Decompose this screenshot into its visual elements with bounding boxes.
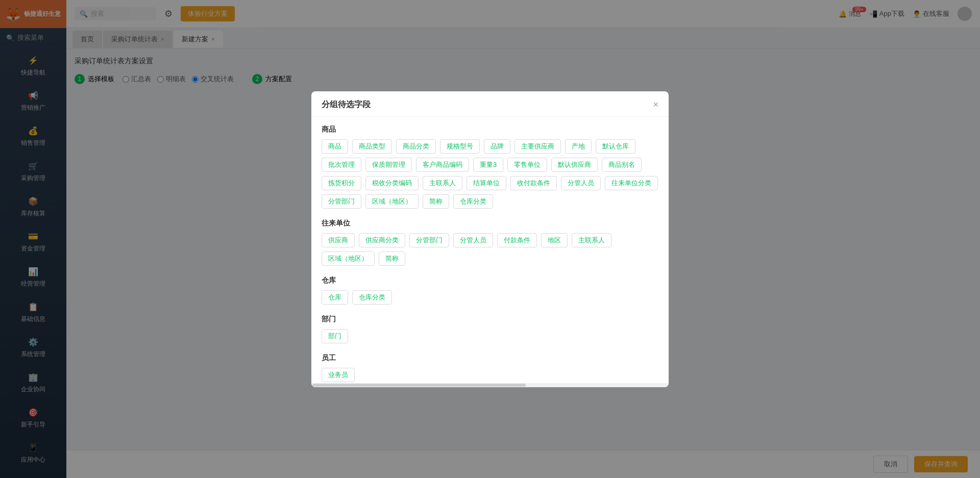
field-tag[interactable]: 商品分类 — [396, 139, 436, 154]
field-tag[interactable]: 税收分类编码 — [365, 176, 419, 190]
field-tag[interactable]: 简称 — [379, 251, 405, 266]
modal-close-button[interactable]: × — [653, 99, 658, 110]
field-tag[interactable]: 供应商 — [322, 233, 355, 247]
field-tag[interactable]: 保质期管理 — [365, 158, 412, 172]
field-tag[interactable]: 客户商品编码 — [416, 158, 469, 172]
field-tag[interactable]: 品牌 — [484, 139, 510, 154]
field-tag[interactable]: 商品 — [322, 139, 348, 154]
modal-header: 分组待选字段 × — [311, 91, 669, 117]
field-tag[interactable]: 商品别名 — [602, 158, 642, 172]
field-group-title-product: 商品 — [322, 125, 658, 134]
field-tag[interactable]: 区域（地区） — [322, 251, 375, 266]
modal-title: 分组待选字段 — [322, 99, 371, 110]
field-tag[interactable]: 默认仓库 — [596, 139, 635, 154]
field-tag[interactable]: 收付款条件 — [510, 176, 557, 190]
field-tag[interactable]: 仓库分类 — [352, 290, 392, 305]
field-tag[interactable]: 分管人员 — [453, 233, 493, 247]
field-tag[interactable]: 产地 — [565, 139, 592, 154]
field-tag[interactable]: 分管部门 — [409, 233, 449, 247]
field-tags-product: 商品 商品类型 商品分类 规格型号 品牌 主要供应商 产地 默认仓库 批次管理 … — [322, 139, 658, 209]
field-tag[interactable]: 零售单位 — [507, 158, 547, 172]
field-tag[interactable]: 结算单位 — [467, 176, 506, 190]
field-group-department: 部门 部门 — [322, 315, 658, 343]
field-tag[interactable]: 供应商分类 — [359, 233, 405, 247]
field-tag[interactable]: 拣货积分 — [322, 176, 361, 190]
modal-body: 商品 商品 商品类型 商品分类 规格型号 品牌 主要供应商 产地 默认仓库 批次… — [311, 117, 669, 383]
field-tag[interactable]: 业务员 — [322, 368, 355, 382]
field-tag[interactable]: 重量3 — [473, 158, 503, 172]
field-group-counterpart: 往来单位 供应商 供应商分类 分管部门 分管人员 付款条件 地区 主联系人 区域… — [322, 219, 658, 266]
modal-horizontal-scrollbar[interactable] — [311, 383, 669, 387]
field-tag[interactable]: 主联系人 — [423, 176, 462, 190]
field-tag[interactable]: 部门 — [322, 329, 348, 343]
field-tag[interactable]: 主要供应商 — [514, 139, 561, 154]
field-group-title-employee: 员工 — [322, 354, 658, 363]
field-tag[interactable]: 往来单位分类 — [605, 176, 658, 190]
field-tag[interactable]: 区域（地区） — [365, 194, 419, 209]
field-tags-department: 部门 — [322, 329, 658, 343]
field-tags-warehouse: 仓库 仓库分类 — [322, 290, 658, 305]
field-group-title-warehouse: 仓库 — [322, 276, 658, 285]
field-tag[interactable]: 付款条件 — [497, 233, 537, 247]
modal: 分组待选字段 × 商品 商品 商品类型 商品分类 规格型号 品牌 主要供应商 产… — [311, 91, 669, 387]
field-tag[interactable]: 默认供应商 — [551, 158, 598, 172]
field-tag[interactable]: 规格型号 — [440, 139, 480, 154]
field-tag[interactable]: 分管人员 — [561, 176, 601, 190]
field-tag[interactable]: 批次管理 — [322, 158, 361, 172]
scrollbar-thumb — [312, 384, 526, 387]
field-tag[interactable]: 分管部门 — [322, 194, 361, 209]
field-tag[interactable]: 商品类型 — [352, 139, 392, 154]
field-group-warehouse: 仓库 仓库 仓库分类 — [322, 276, 658, 305]
field-tag[interactable]: 地区 — [541, 233, 568, 247]
field-group-employee: 员工 业务员 — [322, 354, 658, 382]
field-group-title-department: 部门 — [322, 315, 658, 324]
field-tags-employee: 业务员 — [322, 368, 658, 382]
field-tag[interactable]: 主联系人 — [572, 233, 611, 247]
field-group-product: 商品 商品 商品类型 商品分类 规格型号 品牌 主要供应商 产地 默认仓库 批次… — [322, 125, 658, 209]
field-group-title-counterpart: 往来单位 — [322, 219, 658, 228]
field-tag[interactable]: 简称 — [423, 194, 449, 209]
field-tag[interactable]: 仓库分类 — [453, 194, 493, 209]
field-tags-counterpart: 供应商 供应商分类 分管部门 分管人员 付款条件 地区 主联系人 区域（地区） … — [322, 233, 658, 266]
field-tag[interactable]: 仓库 — [322, 290, 348, 305]
